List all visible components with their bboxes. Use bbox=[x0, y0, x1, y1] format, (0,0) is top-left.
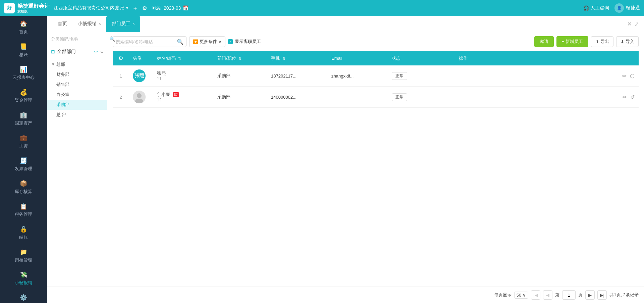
main-layout: 🏠 首页 📒 总账 📊 云报表中心 💰 资金管理 🏢 固定资产 💼 工资 🧾 发… bbox=[0, 16, 644, 303]
dept-leaf-office[interactable]: 办公室 bbox=[47, 90, 107, 100]
sidebar-item-funds-label: 资金管理 bbox=[15, 97, 32, 103]
reports-icon: 📊 bbox=[20, 66, 27, 73]
all-dept-label-container: ⊞ 全部部门 bbox=[51, 49, 76, 55]
row-num-2: 2 bbox=[113, 87, 129, 108]
sidebar-item-ledger[interactable]: 📒 总账 bbox=[0, 39, 47, 62]
sidebar-item-tax[interactable]: 📋 税务管理 bbox=[0, 199, 47, 221]
dept-collapse-triangle: ▼ bbox=[51, 62, 55, 67]
dept-leaf-headquarters[interactable]: 总 部 bbox=[47, 110, 107, 120]
dept-tree: ▼ 总部 财务部 销售部 办公室 采购部 总 部 bbox=[47, 58, 107, 121]
row-status-2: 正常 bbox=[388, 87, 455, 108]
sidebar-item-home[interactable]: 🏠 首页 bbox=[0, 16, 47, 39]
sidebar-item-ledger-label: 总账 bbox=[19, 52, 28, 58]
page-last-button[interactable]: ▶| bbox=[597, 290, 607, 300]
tab-bar-close-button[interactable]: ✕ bbox=[627, 21, 632, 27]
sidebar-item-archive-label: 归档管理 bbox=[15, 257, 32, 263]
close-period-icon: 🔒 bbox=[20, 225, 27, 233]
invite-button[interactable]: 邀请 bbox=[534, 36, 554, 47]
status-badge-1: 正常 bbox=[392, 72, 407, 80]
export-icon: ⬆ bbox=[595, 39, 599, 44]
page-content: 🔍 ⊞ 全部部门 ✏ « ▼ 总部 bbox=[47, 32, 644, 287]
filter-button[interactable]: 🔽 更多条件 ∨ bbox=[189, 36, 225, 47]
service-button[interactable]: 🎧 人工咨询 bbox=[583, 5, 609, 11]
sidebar-item-reports-label: 云报表中心 bbox=[13, 74, 35, 81]
tab-bar: 首页 小畅报销 × 部门员工 × ✕ ⤢ bbox=[47, 16, 644, 32]
tab-bar-expand-button[interactable]: ⤢ bbox=[634, 21, 639, 27]
tab-bar-actions: ✕ ⤢ bbox=[627, 21, 639, 27]
refresh-emp-2-button[interactable]: ↺ bbox=[630, 94, 635, 100]
sort-phone-icon[interactable]: ⇅ bbox=[282, 56, 285, 60]
sidebar-item-archive[interactable]: 📁 归档管理 bbox=[0, 244, 47, 267]
export-button[interactable]: ⬆ 导出 bbox=[591, 36, 613, 47]
page-prev-button[interactable]: ◀ bbox=[543, 290, 552, 300]
add-employee-button[interactable]: + 新增员工 bbox=[556, 36, 588, 47]
page-number-input[interactable] bbox=[562, 290, 576, 300]
sidebar-item-assets[interactable]: 🏢 固定资产 bbox=[0, 107, 47, 130]
dept-group-headquarters-label[interactable]: ▼ 总部 bbox=[47, 59, 107, 69]
sidebar-item-inventory[interactable]: 📦 库存核算 bbox=[0, 176, 47, 199]
tab-dept-emp-close-icon[interactable]: × bbox=[132, 21, 135, 26]
col-action: 操作 bbox=[455, 51, 639, 65]
logout-emp-1-button[interactable]: ⬡ bbox=[630, 73, 635, 79]
add-company-button[interactable]: ＋ bbox=[132, 4, 138, 12]
sidebar-item-funds[interactable]: 💰 资金管理 bbox=[0, 85, 47, 107]
emp-actions: 邀请 + 新增员工 ⬆ 导出 ⬇ 导入 bbox=[534, 36, 639, 47]
home-icon: 🏠 bbox=[20, 20, 27, 28]
row-avatar-2 bbox=[129, 87, 153, 108]
sort-dept-icon[interactable]: ⇅ bbox=[238, 56, 241, 60]
dept-leaf-finance[interactable]: 财务部 bbox=[47, 69, 107, 80]
emp-search-input[interactable] bbox=[116, 39, 175, 44]
avatar-zhang: 张熙 bbox=[133, 69, 146, 82]
sidebar-item-payroll[interactable]: 💼 工资 bbox=[0, 130, 47, 153]
sidebar-item-invoice[interactable]: 🧾 发票管理 bbox=[0, 153, 47, 176]
tab-expense-close-icon[interactable]: × bbox=[99, 21, 101, 26]
dept-leaf-purchase[interactable]: 采购部 bbox=[47, 100, 107, 110]
sidebar-item-invoice-label: 发票管理 bbox=[15, 166, 32, 172]
pagination: 每页显示 50 ∨ |◀ ◀ 第 页 ▶ ▶| 共1页, 2条记录 bbox=[47, 287, 644, 303]
tab-dept-emp-label: 部门员工 bbox=[112, 21, 130, 27]
app-name: 畅捷通好会计 bbox=[17, 3, 50, 9]
tab-dept-emp[interactable]: 部门员工 × bbox=[106, 16, 140, 32]
show-resigned-toggle[interactable]: ✓ 显示离职员工 bbox=[228, 39, 261, 45]
settings-icon[interactable]: ⚙ bbox=[142, 5, 147, 11]
row-status-1: 正常 bbox=[388, 65, 455, 87]
col-status: 状态 bbox=[388, 51, 455, 65]
table-settings-icon[interactable]: ⚙ bbox=[118, 55, 123, 61]
dept-header-icons: ✏ « bbox=[94, 49, 103, 55]
import-button[interactable]: ⬇ 导入 bbox=[616, 36, 639, 47]
filter-icon: 🔽 bbox=[193, 39, 198, 44]
sidebar-item-reports[interactable]: 📊 云报表中心 bbox=[0, 62, 47, 85]
payroll-icon: 💼 bbox=[20, 134, 27, 142]
tab-home[interactable]: 首页 bbox=[52, 16, 72, 32]
company-selector[interactable]: 江西服宝精品有限责任公司内账张 ▾ bbox=[54, 5, 128, 11]
content-area: 首页 小畅报销 × 部门员工 × ✕ ⤢ 🔍 bbox=[47, 16, 644, 303]
inventory-icon: 📦 bbox=[20, 180, 27, 187]
sidebar-item-settings[interactable]: ⚙️ 基础设置 bbox=[0, 290, 47, 303]
dept-collapse-icon[interactable]: « bbox=[100, 49, 103, 55]
sidebar-item-expense-label: 小畅报销 bbox=[15, 280, 32, 286]
dept-search-input[interactable] bbox=[51, 37, 107, 42]
tab-expense[interactable]: 小畅报销 × bbox=[72, 16, 106, 32]
emp-name-2: 宁小壹 bbox=[157, 92, 170, 98]
col-name-code: 姓名/编码 ⇅ bbox=[153, 51, 213, 65]
calendar-icon: 📅 bbox=[183, 5, 189, 11]
filter-label: 更多条件 bbox=[200, 39, 217, 45]
col-settings: ⚙ bbox=[113, 51, 129, 65]
show-resigned-checkbox[interactable]: ✓ bbox=[228, 39, 233, 44]
page-next-button[interactable]: ▶ bbox=[585, 290, 595, 300]
period-display[interactable]: 账期 2023-03 📅 bbox=[152, 5, 189, 11]
row-email-2 bbox=[327, 87, 388, 108]
per-page-select[interactable]: 50 ∨ bbox=[514, 292, 528, 299]
dept-edit-icon[interactable]: ✏ bbox=[94, 49, 98, 55]
import-label: 导入 bbox=[626, 39, 634, 45]
edit-emp-1-button[interactable]: ✏ bbox=[622, 73, 627, 79]
user-menu[interactable]: 👤 畅捷通 bbox=[614, 3, 640, 13]
sidebar-item-close[interactable]: 🔒 结账 bbox=[0, 221, 47, 244]
company-dropdown-icon: ▾ bbox=[126, 6, 128, 10]
edit-emp-2-button[interactable]: ✏ bbox=[623, 94, 627, 100]
sidebar-item-expense[interactable]: 💸 小畅报销 bbox=[0, 267, 47, 290]
emp-search-icon[interactable]: 🔍 bbox=[177, 39, 183, 45]
dept-leaf-sales[interactable]: 销售部 bbox=[47, 80, 107, 90]
sort-name-icon[interactable]: ⇅ bbox=[178, 56, 181, 60]
page-first-button[interactable]: |◀ bbox=[531, 290, 540, 300]
